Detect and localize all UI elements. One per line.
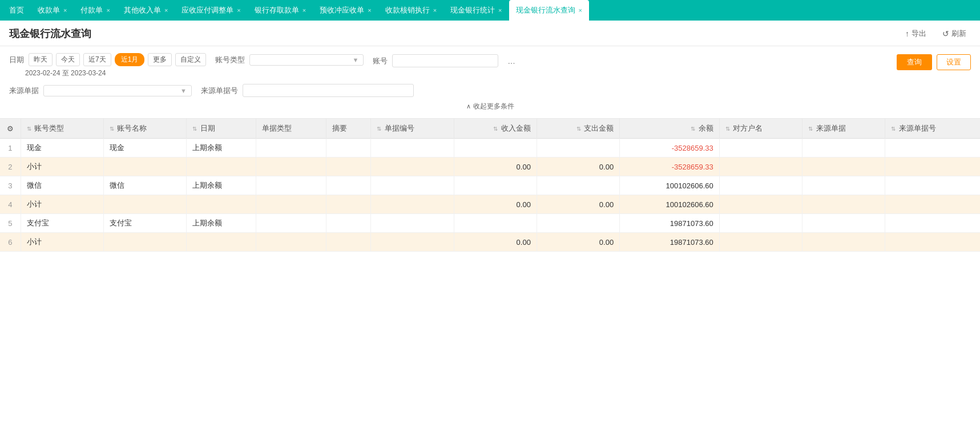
date-btn-last7[interactable]: 近7天: [83, 53, 111, 66]
date-btn-last1m[interactable]: 近1月: [115, 53, 145, 66]
query-button[interactable]: 查询: [897, 54, 932, 70]
account-label: 账号: [373, 56, 388, 66]
cell-source-doc: [802, 214, 885, 233]
cell-account-name: [103, 158, 186, 176]
cell-source-doc-no: [885, 158, 980, 176]
nav-bank-deposit-label: 银行存取款单: [255, 5, 299, 15]
sort-icon[interactable]: ⇅: [493, 126, 498, 132]
cell-income: 0.00: [454, 158, 537, 176]
th-summary: 摘要: [326, 119, 371, 139]
source-doc-label: 来源单据: [9, 86, 39, 96]
sort-icon[interactable]: ⇅: [192, 126, 197, 132]
source-doc-no-input[interactable]: [243, 84, 414, 97]
cell-balance: -3528659.33: [620, 139, 720, 158]
cell-summary: [326, 214, 371, 233]
nav-item-cash-bank-stats[interactable]: 现金银行统计 ×: [443, 0, 509, 21]
cell-counterpart: [719, 176, 802, 195]
cell-doc-type: [256, 139, 326, 158]
th-counterpart-label: 对方户名: [733, 124, 763, 132]
table-row: 4 小计 0.00 0.00 100102606.60: [0, 195, 980, 214]
th-balance-label: 余额: [699, 124, 713, 132]
table-body: 1 现金 现金 上期余额 -3528659.33 2 小计 0.00 0.00 …: [0, 139, 980, 252]
nav-item-payment[interactable]: 付款单 ×: [74, 0, 116, 21]
th-doc-no: ⇅ 单据编号: [371, 119, 454, 139]
cell-income: 0.00: [454, 233, 537, 252]
nav-item-advance-offset[interactable]: 预收冲应收单 ×: [313, 0, 378, 21]
nav-cash-bank-stats-close[interactable]: ×: [498, 7, 502, 14]
cell-date: [186, 158, 256, 176]
th-balance: ⇅ 余额: [620, 119, 720, 139]
cell-row-num: 1: [0, 139, 21, 158]
cell-row-num: 5: [0, 214, 21, 233]
cell-expense: [537, 214, 619, 233]
th-income: ⇅ 收入金额: [454, 119, 537, 139]
nav-item-cash-bank-flow[interactable]: 现金银行流水查询 ×: [509, 0, 589, 21]
source-doc-no-label: 来源单据号: [201, 86, 238, 96]
account-ellipsis[interactable]: ...: [503, 56, 519, 66]
nav-bank-deposit-close[interactable]: ×: [303, 7, 306, 14]
collapse-bar[interactable]: ∧ 收起更多条件: [9, 102, 971, 111]
nav-payment-label: 付款单: [80, 5, 103, 15]
nav-receipt-verify-close[interactable]: ×: [433, 7, 437, 14]
date-btn-more[interactable]: 更多: [148, 53, 172, 66]
nav-home-label: 首页: [9, 5, 24, 15]
cell-balance: 100102606.60: [620, 176, 720, 195]
cell-summary: [326, 176, 371, 195]
sort-icon[interactable]: ⇅: [891, 126, 896, 132]
nav-ar-adjust-label: 应收应付调整单: [182, 5, 233, 15]
sort-icon[interactable]: ⇅: [691, 126, 695, 132]
export-icon: ↑: [905, 29, 909, 38]
th-expense: ⇅ 支出金额: [537, 119, 619, 139]
refresh-button[interactable]: ↺ 刷新: [938, 26, 971, 41]
collapse-up-icon: ∧: [466, 103, 471, 110]
sort-icon[interactable]: ⇅: [808, 126, 813, 132]
cell-counterpart: [719, 233, 802, 252]
date-label: 日期: [9, 55, 24, 65]
nav-receipt-close[interactable]: ×: [63, 7, 67, 14]
table-row: 6 小计 0.00 0.00 19871073.60: [0, 233, 980, 252]
nav-cash-bank-stats-label: 现金银行统计: [450, 5, 495, 15]
nav-item-other-income[interactable]: 其他收入单 ×: [117, 0, 175, 21]
nav-other-income-close[interactable]: ×: [164, 7, 168, 14]
nav-item-bank-deposit[interactable]: 银行存取款单 ×: [248, 0, 313, 21]
cell-row-num: 4: [0, 195, 21, 214]
cell-doc-type: [256, 158, 326, 176]
date-filter-group: 日期 昨天 今天 近7天 近1月 更多 自定义 2023-02-24 至 202…: [9, 53, 206, 78]
sort-icon[interactable]: ⇅: [377, 126, 381, 132]
account-type-label: 账号类型: [215, 55, 245, 65]
nav-item-home[interactable]: 首页: [2, 0, 31, 21]
cell-summary: [326, 195, 371, 214]
source-doc-select[interactable]: ▼: [43, 85, 192, 96]
sort-icon[interactable]: ⇅: [576, 126, 581, 132]
date-btn-today[interactable]: 今天: [56, 53, 80, 66]
nav-item-receipt-verify[interactable]: 收款核销执行 ×: [378, 0, 443, 21]
cell-income: [454, 176, 537, 195]
date-btn-yesterday[interactable]: 昨天: [29, 53, 53, 66]
sort-icon[interactable]: ⇅: [27, 126, 31, 132]
nav-other-income-label: 其他收入单: [124, 5, 161, 15]
account-type-filter-group: 账号类型 ▼: [215, 54, 364, 66]
nav-item-ar-adjust[interactable]: 应收应付调整单 ×: [175, 0, 247, 21]
settings-button[interactable]: 设置: [937, 54, 971, 70]
nav-payment-close[interactable]: ×: [106, 7, 110, 14]
nav-item-receipt[interactable]: 收款单 ×: [31, 0, 74, 21]
sort-icon[interactable]: ⇅: [110, 126, 114, 132]
cell-doc-no: [371, 214, 454, 233]
account-type-select[interactable]: ▼: [249, 54, 364, 66]
cell-income: [454, 214, 537, 233]
refresh-label: 刷新: [951, 29, 966, 39]
date-btn-custom[interactable]: 自定义: [175, 53, 206, 66]
nav-ar-adjust-close[interactable]: ×: [237, 7, 240, 14]
source-doc-no-filter-group: 来源单据号: [201, 84, 414, 97]
table-container: ⚙ ⇅ 账号类型 ⇅ 账号名称 ⇅ 日期 单据类型: [0, 119, 980, 252]
account-input[interactable]: [392, 54, 498, 67]
cell-account-name: [103, 195, 186, 214]
sort-icon[interactable]: ⇅: [725, 126, 730, 132]
th-settings[interactable]: ⚙: [0, 119, 21, 139]
data-table: ⚙ ⇅ 账号类型 ⇅ 账号名称 ⇅ 日期 单据类型: [0, 119, 980, 252]
nav-cash-bank-flow-close[interactable]: ×: [579, 7, 582, 14]
nav-advance-offset-close[interactable]: ×: [368, 7, 371, 14]
th-source-doc: ⇅ 来源单据: [802, 119, 885, 139]
export-button[interactable]: ↑ 导出: [901, 26, 931, 41]
th-source-doc-no: ⇅ 来源单据号: [885, 119, 980, 139]
